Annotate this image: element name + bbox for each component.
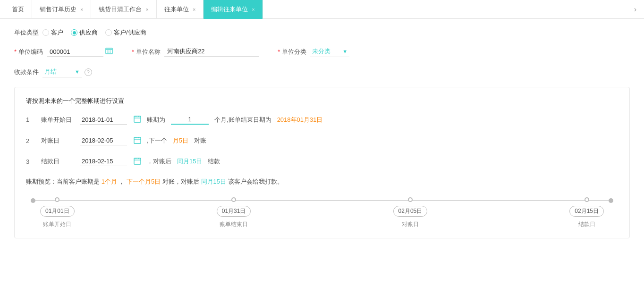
preview-suffix: 该客户会给我打款。 — [228, 178, 283, 185]
unit-category-arrow: ▼ — [342, 49, 347, 54]
unit-type-radio-group: 客户 供应商 客户/供应商 — [42, 28, 146, 37]
bill-start-desc-after: 个月,账单结束日期为 — [214, 116, 271, 124]
node-date-4: 02月15日 — [569, 206, 604, 217]
payment-row: 3 结款日 ，对账后 同月15日 结款 — [26, 157, 618, 166]
bill-start-calendar-icon[interactable] — [134, 115, 141, 124]
reconcile-label: 对账日 — [41, 136, 74, 145]
tab-partner[interactable]: 往来单位 × — [157, 0, 203, 19]
bill-start-row: 1 账单开始日 账期为 个月,账单结束日期为 2018年01月31日 — [26, 115, 618, 125]
svg-rect-6 — [134, 116, 141, 122]
tab-cash-work-close[interactable]: × — [145, 7, 148, 12]
row-num-2: 2 — [26, 137, 35, 144]
radio-customer-supplier-circle — [105, 29, 112, 36]
payment-terms-arrow: ▼ — [75, 69, 80, 75]
payment-terms-row: 收款条件 月结 ▼ ? — [14, 67, 630, 77]
preview-section: 账期预览：当前客户账期是 1个月 ， 下一个月5日 对账，对账后 同月15日 该… — [26, 177, 618, 186]
radio-supplier-label: 供应商 — [79, 28, 98, 37]
tab-cash-work[interactable]: 钱货日清工作台 × — [91, 0, 156, 19]
unit-category-required: * — [278, 48, 280, 55]
node-dot-1 — [55, 197, 59, 202]
unit-code-required: * — [14, 48, 17, 55]
unit-category-value: 未分类 — [312, 47, 340, 56]
radio-customer-supplier-label: 客户/供应商 — [114, 28, 146, 37]
unit-code-item: * 单位编码 — [14, 47, 113, 57]
tab-edit-partner-close[interactable]: × — [252, 7, 254, 12]
payment-date-input[interactable] — [80, 157, 127, 166]
row-num-1: 1 — [26, 116, 35, 123]
reconcile-calendar-icon[interactable] — [134, 136, 141, 145]
payment-terms-item: 收款条件 月结 ▼ ? — [14, 67, 92, 77]
payment-terms-value: 月结 — [44, 68, 73, 76]
node-date-3: 02月05日 — [393, 206, 428, 217]
timeline-node-3: 02月05日 对账日 — [393, 197, 428, 228]
timeline-node-1: 01月01日 账单开始日 — [40, 197, 75, 228]
unit-code-label: 单位编码 — [18, 48, 43, 56]
main-content: 单位类型 客户 供应商 客户/供应商 * 单位编码 — [0, 19, 644, 287]
node-label-3: 对账日 — [402, 220, 419, 228]
node-label-4: 结款日 — [578, 220, 595, 228]
payment-label: 结款日 — [41, 157, 74, 166]
unit-name-input[interactable] — [164, 47, 259, 57]
preview-mid1: ， — [119, 178, 125, 185]
reconcile-row: 2 对账日 ,下一个 月5日 对账 — [26, 136, 618, 145]
unit-code-input[interactable] — [47, 47, 103, 57]
timeline-container: 01月01日 账单开始日 01月31日 账单结束日 02月05日 对账日 — [26, 197, 618, 228]
preview-prefix: 账期预览：当前客户账期是 — [26, 178, 100, 185]
payment-calendar-icon[interactable] — [134, 157, 141, 166]
bill-start-desc-before: 账期为 — [147, 116, 165, 124]
reconcile-desc-before: ,下一个 — [147, 136, 167, 145]
preview-part1: 1个月 — [102, 178, 117, 185]
unit-code-icon[interactable] — [105, 47, 113, 56]
unit-name-label: 单位名称 — [136, 48, 161, 56]
bill-start-label: 账单开始日 — [41, 116, 74, 124]
preview-mid2: 对账，对账后 — [162, 178, 199, 185]
payment-desc-before: ，对账后 — [147, 157, 171, 166]
help-icon[interactable]: ? — [85, 68, 92, 76]
svg-rect-0 — [106, 48, 112, 54]
radio-supplier-circle — [71, 29, 77, 36]
unit-name-item: * 单位名称 — [132, 47, 259, 57]
radio-customer[interactable]: 客户 — [42, 28, 63, 37]
unit-type-row: 单位类型 客户 供应商 客户/供应商 — [14, 28, 630, 37]
payment-desc-after: 结款 — [208, 157, 220, 166]
radio-supplier[interactable]: 供应商 — [71, 28, 98, 37]
payment-terms-select[interactable]: 月结 ▼ — [42, 67, 82, 77]
unit-category-select[interactable]: 未分类 ▼ — [310, 46, 349, 57]
tab-edit-partner[interactable]: 编辑往来单位 × — [203, 0, 263, 19]
bill-end-date: 2018年01月31日 — [277, 116, 323, 124]
section-title: 请按照未来的一个完整帐期进行设置 — [26, 97, 618, 105]
tab-sales-history[interactable]: 销售订单历史 × — [32, 0, 91, 19]
unit-type-label: 单位类型 — [14, 28, 39, 37]
node-date-1: 01月01日 — [40, 206, 75, 217]
settings-section: 请按照未来的一个完整帐期进行设置 1 账单开始日 账期为 个月,账单结束日期为 … — [14, 87, 630, 238]
unit-category-item: * 单位分类 未分类 ▼ — [278, 46, 349, 57]
node-label-2: 账单结束日 — [220, 220, 248, 228]
month-input[interactable] — [171, 115, 209, 125]
payment-highlight: 同月15日 — [177, 157, 202, 166]
timeline-node-2: 01月31日 账单结束日 — [217, 197, 251, 228]
unit-name-required: * — [132, 48, 134, 55]
tab-more-button[interactable]: › — [630, 5, 640, 14]
unit-category-label: 单位分类 — [282, 48, 306, 56]
radio-customer-label: 客户 — [51, 28, 63, 37]
preview-part3: 同月15日 — [201, 178, 226, 185]
bill-start-date-input[interactable] — [80, 115, 127, 125]
tab-partner-close[interactable]: × — [193, 7, 195, 12]
timeline-nodes: 01月01日 账单开始日 01月31日 账单结束日 02月05日 对账日 — [31, 197, 613, 228]
reconcile-date-input[interactable] — [80, 136, 127, 145]
node-dot-2 — [231, 197, 236, 202]
tab-home[interactable]: 首页 — [4, 0, 32, 19]
reconcile-desc-after: 对账 — [194, 136, 206, 145]
row-num-3: 3 — [26, 158, 35, 165]
tab-sales-history-close[interactable]: × — [80, 7, 83, 12]
preview-part2: 下一个月5日 — [127, 178, 161, 185]
svg-rect-14 — [134, 158, 141, 164]
node-label-1: 账单开始日 — [43, 220, 71, 228]
radio-customer-circle — [42, 29, 49, 36]
radio-customer-supplier[interactable]: 客户/供应商 — [105, 28, 146, 37]
timeline-node-4: 02月15日 结款日 — [569, 197, 604, 228]
payment-terms-label: 收款条件 — [14, 68, 39, 76]
node-dot-4 — [585, 197, 589, 202]
unit-type-item: 单位类型 客户 供应商 客户/供应商 — [14, 28, 146, 37]
unit-info-row: * 单位编码 * 单位名称 * 单位分类 未分 — [14, 46, 630, 57]
